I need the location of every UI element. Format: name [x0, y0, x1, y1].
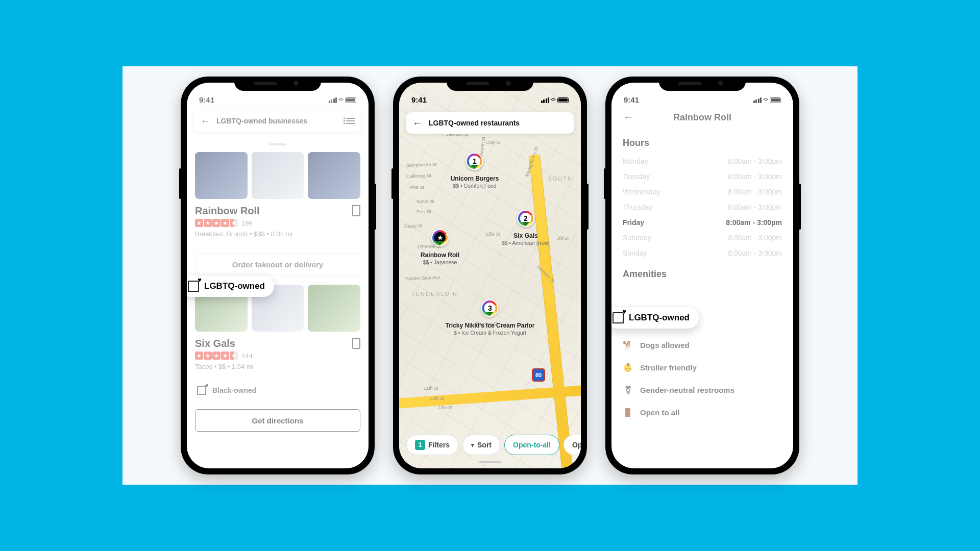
status-time: 9:41: [411, 95, 427, 104]
map-canvas[interactable]: 80 Sacramento St California St Pine St S…: [399, 83, 581, 468]
back-arrow-icon[interactable]: ←: [412, 117, 423, 129]
hours-row: Monday8:00am - 3:00pm: [621, 154, 784, 169]
detail-header: ← Rainbow Roll: [621, 105, 784, 130]
bookmark-icon[interactable]: [352, 206, 360, 216]
store-heart-icon: [188, 281, 199, 292]
street-label: Post St: [416, 209, 431, 214]
section-amenities: Amenities: [623, 269, 782, 280]
street-label: Golden Gate Ave: [405, 275, 440, 281]
get-directions-button[interactable]: Get directions: [195, 409, 360, 432]
phone-frame-1: 9:41 ⌔ ← LGBTQ-owned businesses Rainbow …: [181, 77, 375, 474]
battery-icon: [770, 97, 781, 103]
street-label: Ellis St: [486, 232, 500, 237]
back-arrow-icon[interactable]: ←: [623, 111, 634, 124]
photo-thumb[interactable]: [252, 152, 304, 199]
rating-stars: 199: [195, 219, 360, 227]
amenity-icon: 👶: [623, 362, 633, 372]
map-pin-3[interactable]: 3 Tricky Nikki's Ice Cream Parlor $ • Ic…: [446, 299, 535, 336]
amenity-icon: 🐕: [623, 340, 633, 350]
phone-frame-2: 80 Sacramento St California St Pine St S…: [393, 77, 587, 474]
app-mockup-canvas: 9:41 ⌔ ← LGBTQ-owned businesses Rainbow …: [122, 66, 857, 485]
result-title: Six Gals: [195, 338, 235, 349]
highway: [529, 155, 575, 468]
open-now-chip[interactable]: Ope: [564, 435, 581, 455]
sort-chip[interactable]: ▾ Sort: [462, 435, 500, 455]
screen-map: 80 Sacramento St California St Pine St S…: [399, 83, 581, 468]
hours-row: Saturday8:00am - 3:00pm: [621, 230, 784, 245]
highway-shield: 80: [532, 368, 545, 382]
map-pin-1[interactable]: 1 Unicorn Burgers $$ • Comfort Food: [451, 153, 499, 189]
battery-icon: [557, 97, 569, 103]
street-label: Clay St: [486, 140, 501, 145]
street-label: Sutter St: [416, 199, 434, 204]
filters-chip[interactable]: 1 Filters: [406, 435, 458, 455]
amenities-list: 🚲Bike parking🐕Dogs allowed👶Stroller frie…: [621, 285, 784, 423]
bookmark-icon[interactable]: [352, 339, 360, 349]
street-label: California St: [406, 173, 431, 179]
hours-time: 8:00am - 3:00pm: [726, 218, 782, 227]
result-photos[interactable]: [195, 152, 360, 199]
phone-frame-3: 9:41 ⌔ ← Rainbow Roll Hours Monday8:00am…: [605, 77, 799, 474]
wifi-icon: ⌔: [764, 96, 768, 104]
hours-time: 8:00am - 3:00pm: [728, 234, 782, 242]
amenity-label: Gender-neutral restrooms: [640, 386, 734, 394]
search-query: LGBTQ-owned restaurants: [429, 119, 568, 127]
hours-list: Monday8:00am - 3:00pmTuesday8:00am - 3:0…: [621, 154, 784, 261]
hours-time: 8:00am - 3:00pm: [728, 157, 782, 165]
amenity-row: 🚪Open to all: [621, 401, 784, 423]
photo-thumb[interactable]: [308, 152, 360, 199]
result-meta: Tacos • $$ • 1.54 mi: [195, 363, 360, 370]
order-takeout-button[interactable]: Order takeout or delivery: [195, 253, 360, 276]
hours-row: Tuesday8:00am - 3:00pm: [621, 169, 784, 184]
search-query: LGBTQ-owned businesses: [216, 117, 340, 125]
filter-chip-bar[interactable]: 1 Filters ▾ Sort Open-to-all Ope: [399, 435, 581, 455]
search-bar[interactable]: ← LGBTQ-owned businesses: [194, 110, 361, 132]
list-view-icon[interactable]: [346, 118, 355, 124]
street-label: 12th St: [430, 396, 445, 401]
open-to-all-chip[interactable]: Open-to-all: [504, 435, 559, 455]
photo-thumb[interactable]: [308, 285, 360, 332]
street-label: 11th St: [424, 386, 438, 391]
search-bar[interactable]: ← LGBTQ-owned restaurants: [406, 112, 574, 134]
street-label: Pine St: [409, 185, 424, 190]
map-pin-current[interactable]: Rainbow Roll $$ • Japanese: [421, 229, 459, 265]
badge-label: LGBTQ-owned: [629, 313, 690, 323]
notch: [234, 77, 321, 91]
status-time: 9:41: [199, 95, 214, 104]
hours-day: Wednesday: [623, 188, 660, 196]
battery-icon: [345, 97, 356, 103]
badge-label: LGBTQ-owned: [204, 281, 265, 291]
wifi-icon: ⌔: [339, 96, 343, 104]
street-label: 13th St: [438, 405, 453, 410]
map-pin-2[interactable]: 2 Six Gals $$ • American (new): [502, 210, 550, 246]
street-label: Sacramento St: [406, 162, 437, 168]
review-count: 144: [241, 352, 253, 360]
lgbtq-owned-badge: LGBTQ-owned: [611, 307, 699, 329]
hours-time: 8:00am - 3:00pm: [728, 172, 782, 181]
hours-row: Friday8:00am - 3:00pm: [621, 215, 784, 230]
district-label: SOUTH: [548, 176, 573, 182]
lgbtq-owned-badge: LGBTQ-owned: [187, 276, 274, 297]
amenity-icon: 🚪: [623, 407, 633, 417]
hours-time: 8:00am - 3:00pm: [728, 203, 782, 211]
result-card-six-gals[interactable]: Six Gals 144 Tacos • $$ • 1.54 mi: [187, 285, 369, 379]
screen-search-results: 9:41 ⌔ ← LGBTQ-owned businesses Rainbow …: [187, 83, 369, 468]
hours-time: 8:00am - 3:00pm: [728, 188, 782, 196]
result-card-rainbow-roll[interactable]: Rainbow Roll 199 Breakfast, Brunch • $$$…: [187, 152, 369, 246]
owner-attribute: Black-owned: [187, 379, 369, 402]
review-count: 199: [241, 219, 253, 227]
hours-time: 8:00am - 3:00pm: [728, 249, 782, 257]
wifi-icon: ⌔: [551, 96, 555, 104]
signal-icon: [329, 97, 337, 103]
hours-day: Thursday: [623, 203, 652, 211]
sheet-handle[interactable]: [479, 461, 501, 463]
back-arrow-icon[interactable]: ←: [200, 115, 210, 127]
sheet-handle[interactable]: [187, 137, 369, 152]
photo-thumb[interactable]: [195, 152, 248, 199]
hours-day: Tuesday: [623, 172, 650, 181]
status-icons: ⌔: [329, 96, 357, 104]
hours-day: Saturday: [623, 234, 651, 242]
district-label: TENDERLOIN: [411, 291, 458, 297]
page-title: Rainbow Roll: [673, 112, 731, 123]
notch: [447, 77, 533, 91]
